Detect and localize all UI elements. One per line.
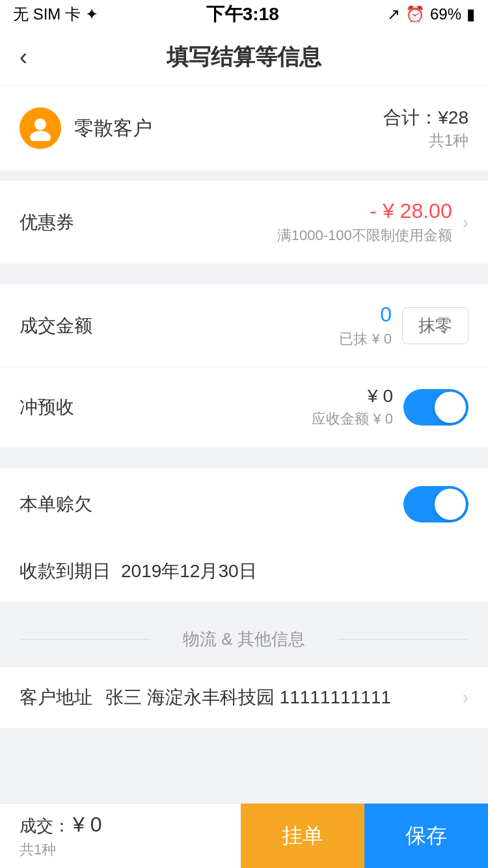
- deal-amount-value: 0: [339, 303, 392, 327]
- pending-button[interactable]: 挂单: [241, 804, 364, 869]
- bottom-bar: 成交： ¥ 0 共1种 挂单 保存: [0, 803, 488, 868]
- prepay-info: ¥ 0 应收金额 ¥ 0: [312, 386, 393, 429]
- battery-level: 69%: [430, 5, 461, 23]
- credit-section: 本单赊欠 收款到期日 2019年12月30日: [0, 468, 488, 602]
- bottom-deal-label: 成交：: [20, 815, 70, 837]
- due-date-row: 收款到期日 2019年12月30日: [0, 541, 488, 602]
- status-time: 下午3:18: [206, 2, 279, 27]
- prepay-sub: 应收金额 ¥ 0: [312, 409, 393, 429]
- svg-point-1: [30, 131, 51, 141]
- deal-amount-row: 成交金额 0 已抹 ¥ 0 抹零: [0, 284, 488, 367]
- address-chevron-icon: ›: [463, 687, 468, 708]
- back-button[interactable]: ‹: [20, 44, 27, 71]
- section-divider-2: [0, 457, 488, 468]
- due-date-label: 收款到期日: [20, 559, 111, 584]
- logistics-header: 物流 & 其他信息: [0, 612, 488, 666]
- customer-section: 零散客户 合计：¥28 共1种: [0, 86, 488, 170]
- save-button[interactable]: 保存: [364, 804, 488, 869]
- bottom-count: 共1种: [20, 840, 221, 860]
- customer-summary: 合计：¥28 共1种: [383, 105, 468, 151]
- credit-row: 本单赊欠: [0, 468, 488, 541]
- deal-amount-label: 成交金额: [20, 314, 92, 338]
- toggle-knob: [435, 392, 466, 423]
- prepay-label: 冲预收: [20, 395, 74, 420]
- prepay-right: ¥ 0 应收金额 ¥ 0: [312, 386, 468, 429]
- status-left: 无 SIM 卡 ✦: [13, 4, 98, 25]
- customer-name: 零散客户: [74, 115, 152, 142]
- bottom-summary: 成交： ¥ 0 共1种: [0, 813, 241, 860]
- status-right: ↗ ⏰ 69% ▮: [387, 5, 475, 23]
- coupon-row[interactable]: 优惠券 - ¥ 28.00 满1000-100不限制使用金额 ›: [0, 181, 488, 264]
- location-icon: ↗: [387, 5, 400, 23]
- coupon-desc: 满1000-100不限制使用金额: [277, 226, 452, 245]
- deal-amount-info: 0 已抹 ¥ 0: [339, 303, 392, 349]
- sim-status: 无 SIM 卡 ✦: [13, 4, 98, 25]
- address-value: 张三 海淀永丰科技园 11111111111: [92, 685, 463, 710]
- address-row[interactable]: 客户地址 张三 海淀永丰科技园 11111111111 ›: [0, 666, 488, 728]
- address-section: 客户地址 张三 海淀永丰科技园 11111111111 ›: [0, 666, 488, 728]
- round-zero-button[interactable]: 抹零: [402, 307, 468, 344]
- chevron-right-icon: ›: [463, 212, 468, 233]
- credit-toggle[interactable]: [403, 486, 468, 522]
- deal-amount-right: 0 已抹 ¥ 0 抹零: [339, 303, 468, 349]
- bottom-deal-row: 成交： ¥ 0: [20, 813, 221, 837]
- coupon-amount: - ¥ 28.00: [277, 199, 452, 223]
- prepay-amount: ¥ 0: [312, 386, 393, 407]
- logistics-label: 物流 & 其他信息: [183, 628, 305, 651]
- total-count: 共1种: [383, 130, 468, 151]
- credit-label: 本单赊欠: [20, 492, 92, 517]
- total-amount: 合计：¥28: [383, 105, 468, 130]
- credit-right: [403, 486, 468, 522]
- coupon-info: - ¥ 28.00 满1000-100不限制使用金额: [277, 199, 452, 245]
- section-divider-1: [0, 274, 488, 284]
- prepay-toggle[interactable]: [403, 389, 468, 426]
- logistics-line-left: [20, 639, 150, 640]
- logistics-line-right: [338, 639, 468, 640]
- avatar: [20, 107, 61, 149]
- coupon-label: 优惠券: [20, 210, 74, 235]
- transaction-section: 成交金额 0 已抹 ¥ 0 抹零 冲预收 ¥ 0 应收金额 ¥ 0: [0, 284, 488, 447]
- battery-icon: ▮: [467, 5, 475, 23]
- due-date-value: 2019年12月30日: [121, 559, 257, 584]
- coupon-right: - ¥ 28.00 满1000-100不限制使用金额 ›: [277, 199, 468, 245]
- svg-point-0: [34, 118, 46, 130]
- page-title: 填写结算等信息: [167, 42, 321, 72]
- nav-bar: ‹ 填写结算等信息: [0, 29, 488, 86]
- bottom-deal-amount: ¥ 0: [73, 813, 102, 837]
- person-icon: [27, 115, 53, 141]
- deal-amount-sub: 已抹 ¥ 0: [339, 329, 392, 349]
- credit-toggle-knob: [435, 489, 466, 520]
- status-bar: 无 SIM 卡 ✦ 下午3:18 ↗ ⏰ 69% ▮: [0, 0, 488, 29]
- alarm-icon: ⏰: [405, 5, 425, 23]
- address-label: 客户地址: [20, 685, 92, 710]
- customer-left: 零散客户: [20, 107, 152, 149]
- customer-row: 零散客户 合计：¥28 共1种: [0, 86, 488, 170]
- prepay-row: 冲预收 ¥ 0 应收金额 ¥ 0: [0, 367, 488, 447]
- coupon-section: 优惠券 - ¥ 28.00 满1000-100不限制使用金额 ›: [0, 181, 488, 264]
